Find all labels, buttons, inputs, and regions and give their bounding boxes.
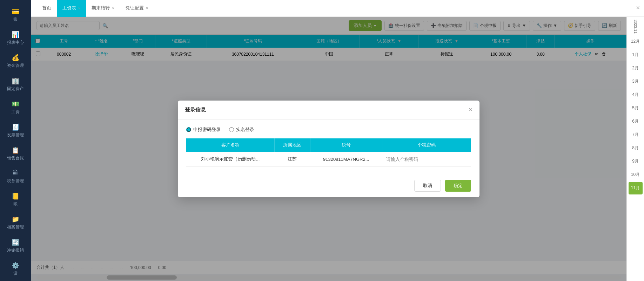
calendar-month-3[interactable]: 3月 xyxy=(629,75,643,88)
cancel-button[interactable]: 取消 xyxy=(414,180,441,192)
sidebar-label-tax: 税务管理 xyxy=(7,178,24,183)
dialog-body: 申报密码登录 实名登录 客户名称 xyxy=(178,119,479,174)
radio-realname-label: 实名登录 xyxy=(236,126,254,133)
sidebar-label-invoice: 发票管理 xyxy=(7,132,24,137)
tab-home-label: 首页 xyxy=(42,5,51,11)
calendar-month-8[interactable]: 8月 xyxy=(629,142,643,155)
tab-period[interactable]: 期末结转 × xyxy=(86,0,120,17)
calendar-year: 2023.11 xyxy=(633,18,638,35)
calendar-panel: 2023.11 12月 1月 2月 3月 4月 5月 6月 7月 8月 9月 1… xyxy=(626,17,644,281)
dialog-table-header-taxno: 税号 xyxy=(310,138,382,152)
confirm-button[interactable]: 确定 xyxy=(445,180,471,192)
content-area: 🔍 添加人员 ▼ 🏥 统一社保设置 ➕ 专项附加扣除 xyxy=(31,17,644,281)
sidebar-label-salary: 工资 xyxy=(11,109,20,114)
calendar-month-1[interactable]: 1月 xyxy=(629,49,643,61)
client-password-cell[interactable] xyxy=(382,152,471,167)
tab-salary-close[interactable]: × xyxy=(78,6,80,10)
sidebar-item-account[interactable]: 💳 账 xyxy=(0,4,31,27)
archive-icon: 📁 xyxy=(1,215,29,223)
sales-icon: 📋 xyxy=(1,146,29,154)
sidebar-item-funds[interactable]: 💰 资金管理 xyxy=(0,50,31,73)
sidebar-item-reports[interactable]: 📊 报表中心 xyxy=(0,27,31,50)
tab-period-label: 期末结转 xyxy=(92,5,110,11)
dialog-table-header-password: 个税密码 xyxy=(382,138,471,152)
sidebar-label-reports: 报表中心 xyxy=(7,40,24,45)
tab-salary[interactable]: 工资表 × xyxy=(57,0,86,17)
sidebar-item-assets[interactable]: 🏢 固定资产 xyxy=(0,73,31,96)
sidebar-label-sales: 销售台账 xyxy=(7,156,24,160)
dialog-header: 登录信息 × xyxy=(178,101,479,119)
tab-bar: 首页 工资表 × 期末结转 × 凭证配置 × × xyxy=(31,0,644,17)
sidebar-item-settings[interactable]: ⚙️ 设 xyxy=(0,258,31,281)
login-type-radio-group: 申报密码登录 实名登录 xyxy=(186,126,471,133)
radio-password-login[interactable]: 申报密码登录 xyxy=(186,126,221,133)
calendar-month-6[interactable]: 6月 xyxy=(629,115,643,128)
sidebar-item-invoice[interactable]: 🧾 发票管理 xyxy=(0,119,31,142)
reports-icon: 📊 xyxy=(1,31,29,39)
radio-password-input[interactable] xyxy=(186,127,191,132)
client-name-cell: 刘小艳演示账套（勿删勿动... xyxy=(186,152,275,167)
ledger-icon: 📒 xyxy=(1,192,29,200)
dialog-table-row: 刘小艳演示账套（勿删勿动... 江苏 91320811MA7NGR2... xyxy=(186,152,471,167)
calendar-month-9[interactable]: 9月 xyxy=(629,155,643,168)
sidebar-item-reimbursement[interactable]: 🔄 冲销报销 xyxy=(0,234,31,258)
calendar-month-12[interactable]: 12月 xyxy=(629,35,643,48)
tab-salary-label: 工资表 xyxy=(62,5,76,11)
invoice-icon: 🧾 xyxy=(1,123,29,131)
dialog-overlay: 登录信息 × 申报密码登录 实名登录 xyxy=(31,17,626,281)
client-table: 客户名称 所属地区 税号 个税密码 刘小艳演示账套（勿删勿动... xyxy=(186,138,471,167)
calendar-month-7[interactable]: 7月 xyxy=(629,129,643,141)
sidebar-item-archive[interactable]: 📁 档案管理 xyxy=(0,211,31,234)
calendar-month-10[interactable]: 10月 xyxy=(629,169,643,181)
sidebar-label-settings: 设 xyxy=(13,271,18,276)
tab-home[interactable]: 首页 xyxy=(36,0,57,17)
sidebar-label-assets: 固定资产 xyxy=(7,86,24,91)
dialog-close-button[interactable]: × xyxy=(469,106,472,114)
main-content: 🔍 添加人员 ▼ 🏥 统一社保设置 ➕ 专项附加扣除 xyxy=(31,17,626,281)
client-taxno-cell: 91320811MA7NGR2... xyxy=(310,152,382,167)
sidebar-label-archive: 档案管理 xyxy=(7,225,24,229)
calendar-month-2[interactable]: 2月 xyxy=(629,62,643,75)
client-region-cell: 江苏 xyxy=(275,152,310,167)
calendar-month-5[interactable]: 5月 xyxy=(629,102,643,115)
sidebar-label-ledger: 账 xyxy=(13,201,18,206)
sidebar-item-ledger[interactable]: 📒 账 xyxy=(0,188,31,211)
sidebar: 💳 账 📊 报表中心 💰 资金管理 🏢 固定资产 💵 工资 🧾 发票管理 📋 销… xyxy=(0,0,31,281)
sidebar-item-tax[interactable]: 🏛 税务管理 xyxy=(0,165,31,188)
radio-realname-login[interactable]: 实名登录 xyxy=(229,126,254,133)
account-icon: 💳 xyxy=(1,8,29,15)
main-area: 首页 工资表 × 期末结转 × 凭证配置 × × 🔍 xyxy=(31,0,644,281)
sidebar-item-salary[interactable]: 💵 工资 xyxy=(0,96,31,119)
calendar-month-4[interactable]: 4月 xyxy=(629,89,643,101)
dialog-footer: 取消 确定 xyxy=(178,174,479,197)
dialog-table-header-name: 客户名称 xyxy=(186,138,275,152)
sidebar-label-account: 账 xyxy=(13,17,18,22)
tab-voucher[interactable]: 凭证配置 × xyxy=(120,0,154,17)
radio-password-label: 申报密码登录 xyxy=(193,126,221,133)
individual-tax-password-input[interactable] xyxy=(386,157,467,162)
calendar-month-11[interactable]: 11月 xyxy=(629,182,643,194)
dialog-table-header-region: 所属地区 xyxy=(275,138,310,152)
salary-icon: 💵 xyxy=(1,100,29,108)
tab-period-close[interactable]: × xyxy=(112,6,114,10)
sidebar-label-reimbursement: 冲销报销 xyxy=(7,248,24,253)
login-info-dialog: 登录信息 × 申报密码登录 实名登录 xyxy=(178,101,479,197)
radio-realname-input[interactable] xyxy=(229,127,234,132)
settings-icon: ⚙️ xyxy=(1,262,29,269)
dialog-title: 登录信息 xyxy=(185,107,206,113)
tax-icon: 🏛 xyxy=(1,170,29,177)
assets-icon: 🏢 xyxy=(1,77,29,85)
tab-voucher-label: 凭证配置 xyxy=(126,5,144,11)
tab-voucher-close[interactable]: × xyxy=(146,6,148,10)
sidebar-label-funds: 资金管理 xyxy=(7,63,24,68)
sidebar-item-sales[interactable]: 📋 销售台账 xyxy=(0,142,31,165)
reimbursement-icon: 🔄 xyxy=(1,239,29,246)
funds-icon: 💰 xyxy=(1,54,29,62)
main-close-button[interactable]: × xyxy=(636,4,640,12)
